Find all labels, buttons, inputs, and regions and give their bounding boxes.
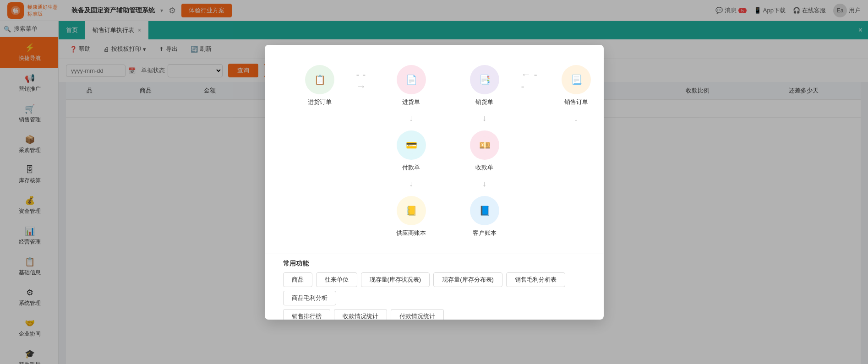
receipt-bill-icon: 💴 (470, 130, 499, 160)
common-title: 常用功能 (283, 254, 585, 272)
flow-modal: 📋 进货订单 - - → 📄 进货单 📑 销货单 (265, 45, 604, 320)
svg-text:📒: 📒 (405, 205, 417, 216)
common-btn-inventory-status[interactable]: 现存量(库存状况表) (361, 272, 430, 287)
arrow-left-1: ← - - (521, 69, 540, 103)
svg-text:💴: 💴 (479, 140, 490, 151)
common-buttons-row: 商品 往来单位 现存量(库存状况表) 现存量(库存分布表) 销售毛利分析表 商品… (283, 272, 585, 305)
flow-node-payment-bill[interactable]: 💳 付款单 (375, 125, 448, 177)
common-buttons-row2: 销售排行榜 收款情况统计 付款情况统计 (283, 309, 585, 320)
flow-diagram: 📋 进货订单 - - → 📄 进货单 📑 销货单 (283, 60, 585, 243)
svg-text:📑: 📑 (479, 74, 490, 85)
flow-node-purchase-order[interactable]: 📋 进货订单 (283, 60, 356, 112)
sales-bill-icon: 📑 (470, 65, 499, 94)
modal-overlay[interactable]: 📋 进货订单 - - → 📄 进货单 📑 销货单 (0, 0, 868, 364)
payment-bill-icon: 💳 (397, 130, 426, 160)
common-btn-receipt-stats[interactable]: 收款情况统计 (334, 309, 387, 320)
arrow-down-sales: ↓ (448, 112, 521, 125)
flow-node-supplier-ledger[interactable]: 📒 供应商账本 (375, 190, 448, 243)
arrow-right-1: - - → (356, 69, 375, 103)
common-btn-sales-rank[interactable]: 销售排行榜 (283, 309, 330, 320)
arrow-down-receipt: ↓ (448, 177, 521, 190)
svg-text:📄: 📄 (405, 74, 417, 85)
sales-order-icon: 📃 (562, 65, 591, 94)
customer-ledger-icon: 📘 (470, 196, 499, 225)
flow-node-customer-ledger[interactable]: 📘 客户账本 (448, 190, 521, 243)
svg-text:📘: 📘 (479, 205, 490, 216)
purchase-order-icon: 📋 (305, 65, 334, 94)
svg-text:📃: 📃 (570, 74, 582, 85)
common-btn-inventory-dist[interactable]: 现存量(库存分布表) (433, 272, 502, 287)
svg-text:📋: 📋 (314, 74, 325, 85)
common-functions-section: 常用功能 商品 往来单位 现存量(库存状况表) 现存量(库存分布表) 销售毛利分… (265, 254, 604, 320)
flow-node-purchase-bill[interactable]: 📄 进货单 (375, 60, 448, 112)
arrow-down-sales-order: ↓ (540, 112, 604, 125)
common-btn-sales-profit[interactable]: 销售毛利分析表 (506, 272, 565, 287)
flow-node-receipt-bill[interactable]: 💴 收款单 (448, 125, 521, 177)
flow-node-sales-order[interactable]: 📃 销售订单 (540, 60, 604, 112)
common-btn-product-profit[interactable]: 商品毛利分析 (283, 291, 336, 305)
arrow-down-payment: ↓ (375, 177, 448, 190)
supplier-ledger-icon: 📒 (397, 196, 426, 225)
common-btn-party[interactable]: 往来单位 (316, 272, 357, 287)
common-btn-product[interactable]: 商品 (283, 272, 312, 287)
purchase-bill-icon: 📄 (397, 65, 426, 94)
svg-text:💳: 💳 (405, 140, 417, 151)
arrow-down-purchase: ↓ (375, 112, 448, 125)
modal-flow-section: 📋 进货订单 - - → 📄 进货单 📑 销货单 (265, 45, 604, 254)
common-btn-payment-stats[interactable]: 付款情况统计 (391, 309, 444, 320)
flow-node-sales-bill[interactable]: 📑 销货单 (448, 60, 521, 112)
